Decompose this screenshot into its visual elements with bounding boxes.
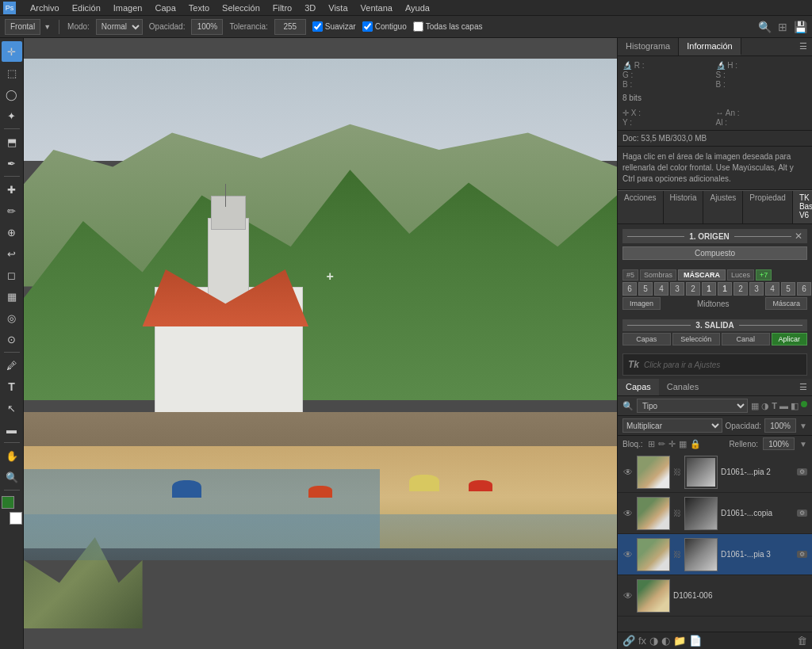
contiguous-checkbox-label[interactable]: Contiguo <box>362 21 407 32</box>
lock-move-icon[interactable]: ✛ <box>668 439 676 449</box>
tool-eyedropper[interactable]: ✒ <box>2 153 22 174</box>
lock-artboard-icon[interactable]: ▦ <box>679 439 687 449</box>
opacity-input[interactable] <box>191 19 223 35</box>
tab-ajustes[interactable]: Ajustes <box>703 191 743 223</box>
add-mask-icon[interactable]: ◑ <box>649 635 658 647</box>
all-layers-checkbox[interactable] <box>413 21 423 32</box>
tk-sombras-button[interactable]: Sombras <box>640 269 676 281</box>
tk-click-to-ajustes[interactable]: Tk Click para ir a Ajustes <box>622 353 807 376</box>
fill-dropdown-icon[interactable]: ▼ <box>799 440 807 449</box>
tk-num-1l[interactable]: 1 <box>702 282 716 296</box>
new-adjustment-icon[interactable]: ◐ <box>661 635 670 647</box>
tk-imagen-button[interactable]: Imagen <box>622 297 661 310</box>
tool-dodge[interactable]: ⊙ <box>2 329 22 349</box>
mode-select[interactable]: Normal <box>96 19 143 35</box>
tab-histograma[interactable]: Histograma <box>618 38 679 55</box>
layer-name[interactable]: D1061-...copia <box>721 509 794 517</box>
tool-marquee[interactable]: ⬚ <box>2 63 22 83</box>
tk-origen-close-icon[interactable]: ✕ <box>795 231 802 242</box>
tab-historia[interactable]: Historia <box>664 191 704 223</box>
tool-hand[interactable]: ✋ <box>2 445 22 466</box>
tk-compound-button[interactable]: Compuesto <box>622 246 807 260</box>
menu-seleccion[interactable]: Selección <box>220 3 262 13</box>
opacity-dropdown-icon[interactable]: ▼ <box>799 422 807 430</box>
layer-item[interactable]: 👁 D1061-006 <box>618 575 812 617</box>
tab-acciones[interactable]: Acciones <box>618 191 664 223</box>
menu-archivo[interactable]: Archivo <box>29 3 61 13</box>
menu-3d[interactable]: 3D <box>303 3 317 13</box>
smooth-checkbox[interactable] <box>312 21 323 32</box>
fill-value-input[interactable] <box>763 437 795 450</box>
menu-ventana[interactable]: Ventana <box>359 3 394 13</box>
tk-num-6r[interactable]: 6 <box>797 282 811 296</box>
layers-filter-select[interactable]: Tipo <box>637 399 748 413</box>
tab-tk-basic[interactable]: TK Basic V6 <box>793 191 812 223</box>
tool-healing[interactable]: ✚ <box>2 179 22 200</box>
tk-num-5r[interactable]: 5 <box>781 282 795 296</box>
tk-aplicar-button[interactable]: Aplicar <box>772 333 808 345</box>
menu-capa[interactable]: Capa <box>153 3 177 13</box>
tab-capas[interactable]: Capas <box>618 379 659 395</box>
tab-informacion[interactable]: Información <box>679 38 741 55</box>
layer-visibility-toggle[interactable]: 👁 <box>622 508 634 519</box>
canvas-container[interactable] <box>24 38 617 649</box>
all-layers-checkbox-label[interactable]: Todas las capas <box>413 21 483 32</box>
tk-seleccion-button[interactable]: Selección <box>672 333 721 345</box>
tab-propiedad[interactable]: Propiedad <box>743 191 793 223</box>
layer-chain-icon[interactable]: ⛓ <box>673 550 681 559</box>
tool-eraser[interactable]: ◻ <box>2 265 22 285</box>
tk-plus-button[interactable]: +7 <box>756 269 772 281</box>
tool-history-brush[interactable]: ↩ <box>2 243 22 264</box>
contiguous-checkbox[interactable] <box>362 21 373 32</box>
tk-num-4r[interactable]: 4 <box>765 282 779 296</box>
tab-canales[interactable]: Canales <box>659 379 707 395</box>
tk-num-5l[interactable]: 5 <box>638 282 653 296</box>
filter-shape-icon[interactable]: ▬ <box>779 401 788 411</box>
tk-num-2r[interactable]: 2 <box>733 282 748 296</box>
layer-item[interactable]: 👁 ⛓ D1061-...pia 2 ⚙ <box>618 452 812 493</box>
menu-imagen[interactable]: Imagen <box>112 3 144 13</box>
tk-num-6l[interactable]: 6 <box>622 282 637 296</box>
opacity-value-input[interactable] <box>764 418 796 433</box>
filter-text-icon[interactable]: T <box>772 401 777 411</box>
tool-magic-wand[interactable]: ✦ <box>2 105 22 126</box>
layer-name[interactable]: D1061-006 <box>673 591 807 600</box>
window-arrange-icon[interactable]: ⊞ <box>778 21 787 33</box>
tk-num-2l[interactable]: 2 <box>686 282 700 296</box>
tool-rectangle[interactable]: ▬ <box>2 419 22 440</box>
menu-vista[interactable]: Vista <box>327 3 349 13</box>
layers-panel-menu-icon[interactable]: ☰ <box>795 379 812 395</box>
blend-mode-select[interactable]: Multiplicar <box>622 418 722 433</box>
background-color-swatch[interactable] <box>10 512 22 525</box>
tk-num-1r[interactable]: 1 <box>718 282 732 296</box>
tool-blur[interactable]: ◎ <box>2 307 22 328</box>
add-style-icon[interactable]: fx <box>638 635 646 647</box>
filter-smart-icon[interactable]: ◧ <box>791 401 799 411</box>
tool-clone[interactable]: ⊕ <box>2 222 22 242</box>
tk-mascara-button[interactable]: MÁSCARA <box>678 269 726 281</box>
search-icon[interactable]: 🔍 <box>758 21 772 33</box>
tool-preset-button[interactable]: Frontal <box>5 19 40 35</box>
tool-crop[interactable]: ⬒ <box>2 132 22 152</box>
tool-move[interactable]: ✛ <box>2 41 22 62</box>
tk-num-4l[interactable]: 4 <box>654 282 668 296</box>
tool-gradient[interactable]: ▦ <box>2 286 22 307</box>
layer-name[interactable]: D1061-...pia 2 <box>721 468 794 476</box>
layer-chain-icon[interactable]: ⛓ <box>673 468 681 476</box>
window-save-icon[interactable]: 💾 <box>794 21 807 33</box>
layer-item[interactable]: 👁 ⛓ D1061-...copia ⚙ <box>618 493 812 534</box>
tool-lasso[interactable]: ◯ <box>2 84 22 105</box>
tk-capas-button[interactable]: Capas <box>622 333 671 345</box>
lock-brush-icon[interactable]: ✏ <box>658 439 665 449</box>
tk-mascara-big-button[interactable]: Máscara <box>765 297 807 310</box>
delete-layer-icon[interactable]: 🗑 <box>797 635 807 647</box>
tk-num-3r[interactable]: 3 <box>749 282 764 296</box>
tool-path-select[interactable]: ↖ <box>2 398 22 418</box>
menu-ayuda[interactable]: Ayuda <box>404 3 431 13</box>
tk-luces-button[interactable]: Luces <box>727 269 754 281</box>
new-layer-icon[interactable]: 📄 <box>689 635 702 647</box>
tk-hash-button[interactable]: #5 <box>622 269 638 281</box>
tolerance-input[interactable] <box>274 19 306 35</box>
foreground-color-swatch[interactable] <box>2 496 14 509</box>
layer-visibility-toggle[interactable]: 👁 <box>622 549 634 560</box>
